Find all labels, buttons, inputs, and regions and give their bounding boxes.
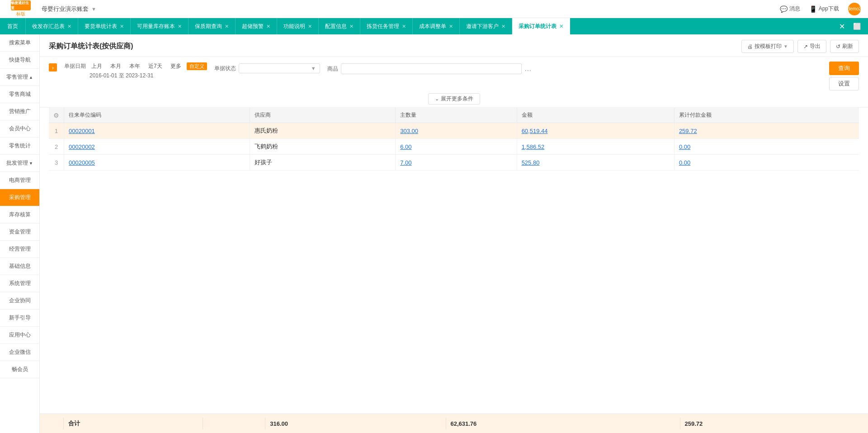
sidebar-item-enterprise[interactable]: 企业协同: [0, 292, 39, 309]
dropdown-icon: ▼: [783, 44, 788, 49]
sidebar-item-inventory[interactable]: 库存核算: [0, 206, 39, 224]
app-download-label: App下载: [819, 5, 839, 13]
tab-close-icon[interactable]: ✕: [501, 24, 505, 29]
row-code[interactable]: 00020001: [64, 123, 250, 139]
tab-keyongliang[interactable]: 可用量库存账本 ✕: [131, 18, 189, 34]
tab-close-icon[interactable]: ✕: [308, 24, 312, 29]
sidebar-item-system[interactable]: 系统管理: [0, 275, 39, 292]
sidebar-item-wechat[interactable]: 企业微信: [0, 344, 39, 361]
query-btn[interactable]: 查询: [829, 62, 859, 75]
sidebar-item-retail-shop[interactable]: 零售商城: [0, 86, 39, 103]
org-name: 母婴行业演示账套: [42, 5, 89, 13]
nav-tabs-bar: 首页 收发存汇总表 ✕ 要货单统计表 ✕ 可用量库存账本 ✕ 保质期查询 ✕ 超…: [0, 18, 868, 34]
goods-input[interactable]: [341, 63, 522, 74]
row-paid[interactable]: 259.72: [674, 123, 859, 139]
print-btn[interactable]: 🖨 按模板打印 ▼: [741, 40, 794, 53]
row-quantity[interactable]: 7.00: [396, 155, 517, 171]
status-filter: 单据状态 ▼: [214, 63, 320, 73]
data-table: ⚙ 往来单位编码 供应商 主数量 金额 累计付款金额 1 00020001 惠氏…: [49, 108, 859, 171]
date-this-year-btn[interactable]: 本年: [127, 62, 143, 71]
tab-close-icon[interactable]: ✕: [402, 24, 406, 29]
tab-close-icon[interactable]: ✕: [225, 24, 229, 29]
sidebar-item-guide[interactable]: 新手引导: [0, 309, 39, 327]
tab-close-icon[interactable]: ✕: [67, 24, 71, 29]
export-btn[interactable]: ↗ 导出: [797, 40, 826, 53]
app-download-btn[interactable]: 📱 App下载: [809, 5, 839, 13]
printer-icon: 🖨: [747, 43, 753, 50]
settings-icon[interactable]: ⚙: [53, 112, 59, 119]
tab-close-icon[interactable]: ✕: [349, 24, 354, 29]
chevron-up-icon: ▲: [29, 75, 33, 80]
sidebar-item-purchase[interactable]: 采购管理: [0, 189, 39, 206]
tab-baozhi[interactable]: 保质期查询 ✕: [189, 18, 236, 34]
message-label: 消息: [789, 5, 800, 13]
tab-close-icon-active[interactable]: ✕: [559, 24, 563, 29]
tab-chaochuyujing[interactable]: 超储预警 ✕: [236, 18, 277, 34]
tab-close-icon[interactable]: ✕: [266, 24, 270, 29]
footer-quantity: 316.00: [265, 418, 446, 429]
tab-peizhi[interactable]: 配置信息 ✕: [319, 18, 360, 34]
sidebar-item-retail-mgmt[interactable]: 零售管理 ▲: [0, 69, 39, 86]
chevron-down-icon: ⌄: [435, 96, 439, 102]
sidebar-item-capital[interactable]: 资金管理: [0, 224, 39, 241]
message-btn[interactable]: 💬 消息: [780, 5, 800, 13]
tab-caigou-active[interactable]: 采购订单统计表 ✕: [512, 18, 570, 34]
select-dropdown-icon: ▼: [311, 66, 316, 71]
date-last-month-btn[interactable]: 上月: [89, 62, 105, 71]
row-paid[interactable]: 0.00: [674, 139, 859, 155]
sidebar-item-quicknav[interactable]: 快捷导航: [0, 52, 39, 69]
chevron-down-icon: ▼: [29, 161, 33, 166]
sidebar-item-basic-info[interactable]: 基础信息: [0, 258, 39, 275]
sidebar-item-changhui[interactable]: 畅会员: [0, 361, 39, 378]
tab-yaohuo[interactable]: 要货单统计表 ✕: [78, 18, 131, 34]
col-settings-header: ⚙: [49, 108, 64, 123]
row-amount[interactable]: 1,586.52: [517, 139, 674, 155]
row-code[interactable]: 00020002: [64, 139, 250, 155]
user-area[interactable]: demo2: [848, 3, 861, 15]
row-supplier: 惠氏奶粉: [250, 123, 395, 139]
table-footer: 合计 316.00 62,631.76 259.72: [40, 414, 868, 433]
row-amount[interactable]: 525.80: [517, 155, 674, 171]
tab-close-icon[interactable]: ✕: [178, 24, 182, 29]
refresh-btn[interactable]: ↺ 刷新: [830, 40, 859, 53]
col-code-header: 往来单位编码: [64, 108, 250, 123]
tab-gongneng[interactable]: 功能说明 ✕: [277, 18, 319, 34]
tab-shoufacun[interactable]: 收发存汇总表 ✕: [26, 18, 78, 34]
logo-version: 标版: [16, 11, 25, 17]
sidebar-item-operations[interactable]: 经营管理: [0, 241, 39, 258]
nav-close-btn[interactable]: ✕: [835, 21, 849, 32]
tab-close-icon[interactable]: ✕: [120, 24, 124, 29]
settings-btn[interactable]: 设置: [829, 77, 859, 90]
row-code[interactable]: 00020005: [64, 155, 250, 171]
status-select[interactable]: ▼: [239, 63, 320, 73]
goods-more-icon[interactable]: …: [524, 65, 532, 73]
sidebar-item-ecommerce[interactable]: 电商管理: [0, 172, 39, 189]
date-this-month-btn[interactable]: 本月: [108, 62, 124, 71]
sidebar-item-marketing[interactable]: 营销推广: [0, 103, 39, 120]
row-amount[interactable]: 60,519.44: [517, 123, 674, 139]
org-selector[interactable]: 母婴行业演示账套 ▼: [42, 5, 96, 13]
row-quantity[interactable]: 303.00: [396, 123, 517, 139]
filter-toggle-btn[interactable]: ›: [49, 63, 57, 71]
nav-maximize-btn[interactable]: ⬜: [849, 22, 864, 31]
date-7days-btn[interactable]: 近7天: [146, 62, 165, 71]
date-more-btn[interactable]: 更多: [168, 62, 184, 71]
tab-chengben[interactable]: 成本调整单 ✕: [413, 18, 460, 34]
footer-label: 合计: [63, 418, 203, 429]
tab-yaoqing[interactable]: 邀请下游客户 ✕: [460, 18, 512, 34]
date-custom-badge[interactable]: 自定义: [187, 62, 207, 70]
footer-paid: 259.72: [680, 418, 859, 429]
tab-close-icon[interactable]: ✕: [449, 24, 453, 29]
sidebar-item-retail-stats[interactable]: 零售统计: [0, 138, 39, 155]
content-area: 采购订单统计表(按供应商) 🖨 按模板打印 ▼ ↗ 导出 ↺ 刷新: [40, 34, 868, 433]
sidebar-item-wholesale[interactable]: 批发管理 ▼: [0, 155, 39, 172]
tab-jianhuo[interactable]: 拣货任务管理 ✕: [360, 18, 413, 34]
sidebar-item-search[interactable]: 搜索菜单: [0, 34, 39, 52]
row-quantity[interactable]: 6.00: [396, 139, 517, 155]
expand-more-btn[interactable]: ⌄ 展开更多条件: [428, 93, 480, 105]
row-paid[interactable]: 0.00: [674, 155, 859, 171]
sidebar-item-appcenter[interactable]: 应用中心: [0, 327, 39, 344]
table-row: 1 00020001 惠氏奶粉 303.00 60,519.44 259.72: [49, 123, 859, 139]
tab-home[interactable]: 首页: [0, 18, 26, 34]
sidebar-item-member[interactable]: 会员中心: [0, 120, 39, 138]
